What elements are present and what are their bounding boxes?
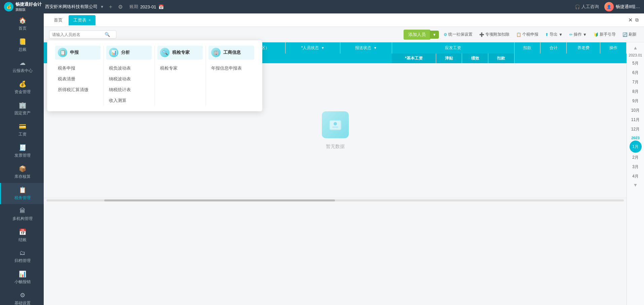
social-security-label: 统一社保设置: [448, 32, 472, 37]
sidebar-item-invoice[interactable]: 🧾 发票管理: [0, 141, 44, 162]
accounting-period: 账期 2023-01 📅: [129, 4, 164, 10]
calendar-month-2022-9[interactable]: 9月: [628, 96, 643, 106]
tax-return-label: 个税申报: [522, 32, 538, 37]
funds-icon: 💰: [19, 80, 26, 88]
menu-item-tax-burden-table[interactable]: 税负波动表: [106, 63, 152, 74]
company-selector[interactable]: 西安虾米网络科技有限公司 ▼: [45, 4, 104, 10]
dropdown-section-tax-expert: 🔍 税检专家 税检专家: [155, 46, 206, 106]
menu-item-income-tax-calc[interactable]: 所得税汇算清缴: [55, 84, 101, 95]
tax-return-button[interactable]: 📋 个税申报: [514, 30, 540, 39]
tab-home[interactable]: 首页: [49, 15, 67, 25]
calendar-month-2022-5[interactable]: 5月: [628, 59, 643, 68]
add-person-button[interactable]: 添加人员: [404, 30, 430, 40]
sidebar-item-funds[interactable]: 💰 资金管理: [0, 77, 44, 98]
svg-point-2: [334, 122, 337, 125]
tax-return-icon: 📋: [516, 32, 521, 37]
invoice-icon: 🧾: [19, 144, 26, 151]
search-input[interactable]: [52, 32, 103, 37]
social-security-button[interactable]: ⚙ 统一社保设置: [442, 30, 475, 39]
calendar-nav-down[interactable]: ▼: [632, 181, 640, 189]
close-period-icon: 📅: [19, 228, 26, 236]
sidebar-item-tax[interactable]: 📋 税务管理: [0, 183, 44, 204]
sidebar-item-assets[interactable]: 🏢 固定资产: [0, 98, 44, 119]
sidebar-item-multi[interactable]: 🏛 多机构管理: [0, 204, 44, 225]
menu-item-tax-table-cleanup[interactable]: 税表清册: [55, 74, 101, 84]
menu-item-income-simulator[interactable]: 收入测算: [106, 95, 152, 106]
add-company-button[interactable]: ＋: [108, 3, 113, 10]
export-dropdown-icon: ▼: [559, 32, 563, 37]
refresh-icon: 🔄: [622, 32, 628, 37]
calendar-month-2023-3[interactable]: 3月: [628, 162, 643, 171]
dropdown-menu: 📋 申报 税务申报 税表清册 所得税汇算清缴 📊 分析 税负波动表 纳税波动表 …: [47, 40, 262, 111]
dropdown-section-declaration: 📋 申报 税务申报 税表清册 所得税汇算清缴: [52, 46, 104, 106]
calendar-month-2023-1[interactable]: 1月: [630, 141, 642, 153]
tax-icon: 📋: [19, 186, 26, 194]
calendar-month-2022-6[interactable]: 6月: [628, 68, 643, 77]
sidebar-item-cloud[interactable]: ☁ 云报表中心: [0, 56, 44, 77]
declaration-title: 申报: [70, 49, 79, 55]
top-bar: 💰 畅捷通好会计 旗舰版 西安虾米网络科技有限公司 ▼ ＋ ⚙ 账期 2023-…: [0, 0, 644, 13]
menu-item-tax-payment-table[interactable]: 纳税波动表: [106, 74, 152, 84]
period-calendar-icon[interactable]: 📅: [158, 4, 164, 9]
calendar-month-2023-2[interactable]: 2月: [628, 153, 643, 162]
sidebar-item-home[interactable]: 🏠 首页: [0, 13, 44, 35]
calendar-month-2023-4[interactable]: 4月: [628, 171, 643, 181]
tab-close-button[interactable]: ×: [88, 18, 91, 23]
search-box: 🔍: [49, 30, 116, 39]
sub-col-subsidy: 津贴: [436, 53, 462, 63]
calendar-month-2022-10[interactable]: 10月: [628, 106, 643, 115]
biz-info-header: 🏢 工商信息: [209, 46, 254, 60]
archive-icon: 🗂: [20, 250, 26, 257]
tab-salary[interactable]: 工资表 ×: [69, 15, 96, 25]
calendar-month-2022-12[interactable]: 12月: [628, 124, 643, 134]
refresh-label: 刷新: [629, 32, 637, 37]
refresh-button[interactable]: 🔄 刷新: [620, 30, 639, 39]
sub-col-deductions: 扣款: [488, 53, 515, 63]
special-deduction-label: 专项附加扣除: [485, 32, 509, 37]
sidebar-item-ledger[interactable]: 📒 总账: [0, 35, 44, 56]
sidebar-item-archive[interactable]: 🗂 归档管理: [0, 246, 44, 267]
calendar-nav-up[interactable]: ▲: [632, 44, 640, 52]
col-report-status: 报送状态 ▼: [340, 42, 392, 53]
menu-item-tax-stats-table[interactable]: 纳税统计表: [106, 84, 152, 95]
svg-rect-3: [332, 126, 338, 128]
biz-info-title: 工商信息: [223, 49, 241, 55]
sidebar-item-expense[interactable]: 📊 小畅报销: [0, 267, 44, 288]
settings-icon[interactable]: ⚙: [118, 4, 123, 10]
operation-button[interactable]: ✏ 操作 ▼: [567, 30, 589, 39]
special-deduction-button[interactable]: ➕ 专项附加扣除: [477, 30, 512, 39]
sidebar-item-basic-settings[interactable]: ⚙ 基础设置: [0, 288, 44, 305]
calendar-month-2022-7[interactable]: 7月: [628, 77, 643, 87]
add-person-dropdown-button[interactable]: ▼: [430, 31, 439, 39]
menu-item-tax-expert[interactable]: 税检专家: [157, 63, 203, 74]
ledger-icon: 📒: [19, 38, 26, 45]
calendar-month-2022-8[interactable]: 8月: [628, 87, 643, 96]
sidebar-item-close-period[interactable]: 📅 结账: [0, 225, 44, 246]
customer-service-button[interactable]: 🎧 人工咨询: [575, 4, 599, 10]
user-avatar: 👤: [604, 2, 614, 11]
new-guide-button[interactable]: 🔰 新手引导: [592, 30, 618, 39]
user-info[interactable]: 👤 畅捷通8组…: [604, 2, 640, 11]
export-button[interactable]: ⬆ 导出 ▼: [543, 30, 565, 39]
sidebar-item-salary[interactable]: 💳 工资: [0, 119, 44, 141]
sidebar-label-settings: 基础设置: [14, 300, 31, 305]
col-status: *人员状态 ▼: [286, 42, 340, 53]
window-close-button[interactable]: ✕: [628, 17, 633, 23]
sidebar-label-expense: 小畅报销: [14, 279, 31, 285]
menu-item-annual-report[interactable]: 年报信息申报表: [209, 63, 254, 74]
declaration-icon: 📋: [58, 48, 67, 57]
menu-item-tax-declaration[interactable]: 税务申报: [55, 63, 101, 74]
bottom-scrollbar[interactable]: [44, 198, 627, 202]
sidebar-label-tax: 税务管理: [14, 195, 31, 201]
add-person-label: 添加人员: [408, 32, 426, 38]
assets-icon: 🏢: [19, 102, 26, 109]
calendar-month-2022-11[interactable]: 11月: [628, 115, 643, 124]
special-deduction-icon: ➕: [479, 32, 484, 37]
sub-col-base-salary: *基本工资: [392, 53, 436, 63]
analysis-header: 📊 分析: [106, 46, 152, 60]
sidebar-label-salary: 工资: [18, 131, 27, 137]
sidebar-item-inventory[interactable]: 📦 库存核算: [0, 162, 44, 183]
window-restore-button[interactable]: ⧉: [635, 17, 639, 23]
sidebar: 🏠 首页 📒 总账 ☁ 云报表中心 💰 资金管理 🏢 固定资产 💳 工资 🧾 发…: [0, 13, 44, 305]
calendar-panel: ▲ 2023.01 5月 6月 7月 8月 9月 10月 11月 12月 202…: [627, 42, 644, 305]
